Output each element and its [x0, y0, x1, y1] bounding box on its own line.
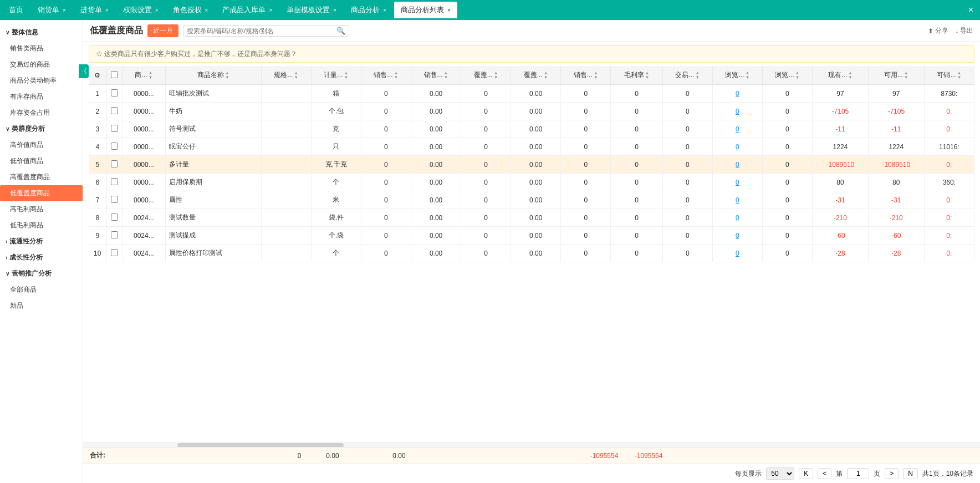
table-cell[interactable] — [106, 174, 122, 191]
sidebar-item-low-coverage[interactable]: 低覆盖度商品 — [0, 185, 83, 201]
th-browse1[interactable]: 浏览... ▲▼ — [712, 66, 762, 85]
last-page-button[interactable]: N — [903, 468, 918, 479]
table-cell[interactable] — [106, 191, 122, 209]
sidebar-item-new-goods[interactable]: 新品 — [0, 298, 83, 314]
sidebar-item-sales-goods[interactable]: 销售类商品 — [0, 40, 83, 57]
table-cell[interactable]: 0 — [712, 103, 762, 120]
table-cell[interactable]: 0 — [712, 191, 762, 209]
table-cell: 80 — [868, 174, 924, 191]
nav-tab-home[interactable]: 首页 — [2, 2, 30, 18]
table-cell[interactable] — [106, 138, 122, 156]
table-cell[interactable]: 0 — [712, 245, 762, 262]
nav-tab-permissions-close[interactable]: × — [155, 7, 159, 13]
table-cell[interactable]: 0 — [712, 156, 762, 174]
select-all-checkbox[interactable] — [111, 71, 118, 78]
table-cell[interactable]: 0 — [712, 85, 762, 103]
table-cell[interactable]: 0 — [712, 138, 762, 156]
page-suffix: 页 — [874, 469, 880, 479]
horizontal-scrollbar[interactable] — [83, 443, 980, 447]
table-cell[interactable]: 0 — [712, 209, 762, 227]
th-gross-margin[interactable]: 毛利率 ▲▼ — [611, 66, 662, 85]
sidebar-item-all-goods[interactable]: 全部商品 — [0, 282, 83, 298]
th-spec[interactable]: 规格... ▲▼ — [261, 66, 311, 85]
table-cell[interactable] — [106, 227, 122, 245]
sidebar-item-traded-goods[interactable]: 交易过的商品 — [0, 57, 83, 73]
table-cell[interactable] — [106, 85, 122, 103]
th-unit[interactable]: 计量... ▲▼ — [311, 66, 361, 85]
sidebar-collapse-button[interactable]: 《 — [79, 64, 89, 78]
nav-tab-purchase-close[interactable]: × — [105, 7, 109, 13]
table-cell[interactable] — [106, 103, 122, 120]
sidebar-group-overall[interactable]: ∨ 整体信息 — [0, 24, 83, 40]
share-button[interactable]: ⬆ 分享 — [928, 26, 948, 35]
nav-tab-production-close[interactable]: × — [269, 7, 272, 13]
nav-tab-roles[interactable]: 角色授权 × — [166, 2, 215, 18]
settings-icon[interactable]: ⚙ — [94, 72, 100, 79]
th-saleable[interactable]: 可销... ▲▼ — [924, 66, 974, 85]
nav-tab-purchase[interactable]: 进货单 × — [74, 2, 115, 18]
table-cell[interactable] — [106, 245, 122, 262]
nav-tab-analysis-list[interactable]: 商品分析列表 × — [394, 2, 457, 18]
sidebar-item-category-rate[interactable]: 商品分类动销率 — [0, 73, 83, 89]
sidebar-group-liquidity[interactable]: › 流通性分析 — [0, 233, 83, 250]
th-trade[interactable]: 交易... ▲▼ — [662, 66, 712, 85]
th-browse2[interactable]: 浏览... ▲▼ — [762, 66, 812, 85]
th-sales-qty[interactable]: 销售... ▲▼ — [361, 66, 411, 85]
sort-icon-gm: ▲▼ — [645, 71, 650, 80]
nav-tab-permissions[interactable]: 权限设置 × — [116, 2, 165, 18]
share-icon: ⬆ — [928, 27, 933, 35]
sidebar-item-high-profit[interactable]: 高毛利商品 — [0, 201, 83, 217]
nav-tab-template[interactable]: 单据模板设置 × — [280, 2, 343, 18]
sidebar-item-stocked-goods[interactable]: 有库存商品 — [0, 89, 83, 105]
search-input[interactable] — [187, 27, 334, 35]
sidebar-item-high-coverage[interactable]: 高覆盖度商品 — [0, 169, 83, 185]
export-button[interactable]: ↓ 导出 — [955, 26, 973, 35]
th-sales-amt[interactable]: 销售... ▲▼ — [411, 66, 461, 85]
nav-tab-analysis[interactable]: 商品分析 × — [344, 2, 393, 18]
table-cell: 0.00 — [411, 103, 461, 120]
th-cov2[interactable]: 覆盖... ▲▼ — [511, 66, 561, 85]
total-info: 共1页，10条记录 — [922, 469, 973, 479]
chevron-right-icon: › — [6, 238, 7, 245]
th-settings[interactable]: ⚙ — [89, 66, 106, 85]
next-page-button[interactable]: > — [885, 468, 899, 479]
nav-tab-sales-close[interactable]: × — [63, 7, 66, 13]
table-cell[interactable]: 0 — [712, 227, 762, 245]
nav-tab-sales[interactable]: 销货单 × — [31, 2, 73, 18]
table-cell[interactable]: 0 — [712, 174, 762, 191]
sidebar-group-marketing[interactable]: ∨ 营销推广分析 — [0, 266, 83, 282]
nav-close-all[interactable]: × — [964, 5, 978, 15]
nav-tab-analysis-list-close[interactable]: × — [447, 7, 451, 13]
table-cell: 8 — [89, 209, 106, 227]
th-available[interactable]: 可用... ▲▼ — [868, 66, 924, 85]
sidebar-group-growth[interactable]: › 成长性分析 — [0, 250, 83, 266]
sidebar-item-stock-capital[interactable]: 库存资金占用 — [0, 105, 83, 121]
nav-tab-template-close[interactable]: × — [333, 7, 336, 13]
table-cell[interactable] — [106, 120, 122, 138]
search-icon[interactable]: 🔍 — [336, 27, 345, 35]
sidebar-item-high-value[interactable]: 高价值商品 — [0, 137, 83, 153]
th-name[interactable]: 商品名称 ▲▼ — [166, 66, 262, 85]
th-code[interactable]: 商... ▲▼ — [122, 66, 166, 85]
nav-tab-production[interactable]: 产成品入库单 × — [216, 2, 279, 18]
page-number-input[interactable] — [847, 468, 869, 479]
page-size-select[interactable]: 50 20 100 200 — [766, 467, 794, 480]
first-page-button[interactable]: K — [799, 468, 813, 479]
th-current-stock[interactable]: 现有... ▲▼ — [813, 66, 869, 85]
table-cell[interactable] — [106, 156, 122, 174]
prev-page-button[interactable]: < — [818, 468, 831, 479]
th-cov1[interactable]: 覆盖... ▲▼ — [461, 66, 511, 85]
content-area: 低覆盖度商品 近一月 🔍 ⬆ 分享 ↓ 导出 ☆ 这类商品只有很少客户购买过，是… — [83, 20, 980, 483]
sidebar-item-low-profit[interactable]: 低毛利商品 — [0, 217, 83, 233]
table-cell[interactable]: 0 — [712, 120, 762, 138]
th-sales-count[interactable]: 销售... ▲▼ — [561, 66, 611, 85]
sidebar-group-cluster[interactable]: ∨ 类群度分析 — [0, 121, 83, 137]
table-cell: -11 — [868, 120, 924, 138]
table-cell[interactable] — [106, 209, 122, 227]
nav-tab-analysis-close[interactable]: × — [383, 7, 386, 13]
table-cell — [261, 156, 311, 174]
sidebar-item-low-value[interactable]: 低价值商品 — [0, 153, 83, 169]
period-button[interactable]: 近一月 — [147, 24, 178, 37]
nav-tab-roles-close[interactable]: × — [205, 7, 208, 13]
th-checkbox[interactable] — [106, 66, 122, 85]
